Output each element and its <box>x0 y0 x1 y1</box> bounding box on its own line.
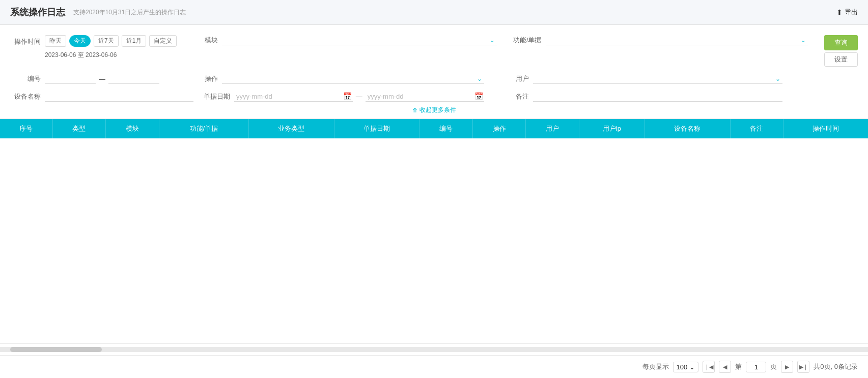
user-label: 用户 <box>500 74 529 83</box>
col-module: 模块 <box>106 119 159 138</box>
device-input[interactable] <box>45 92 193 102</box>
col-type: 类型 <box>52 119 105 138</box>
collapse-chevron-icon: ⤊ <box>412 107 417 114</box>
code-to-input[interactable] <box>108 74 159 84</box>
module-select[interactable]: ⌄ <box>222 35 497 45</box>
settings-button[interactable]: 设置 <box>824 52 858 67</box>
note-input[interactable] <box>533 92 783 102</box>
col-user: 用户 <box>526 119 579 138</box>
date-from-wrapper: 📅 <box>234 91 353 102</box>
code-dash: — <box>99 75 105 83</box>
op-chevron-icon[interactable]: ⌄ <box>475 75 484 82</box>
user-select[interactable]: ⌄ <box>533 74 783 84</box>
func-select[interactable]: ⌄ <box>546 35 808 45</box>
time-range-display: 2023-06-06 至 2023-06-06 <box>45 51 177 60</box>
col-op-time: 操作时间 <box>783 119 868 138</box>
col-code: 编号 <box>419 119 472 138</box>
op-select[interactable]: ⌄ <box>222 74 484 84</box>
time-label: 操作时间 <box>10 37 41 46</box>
col-user-ip: 用户ip <box>579 119 645 138</box>
date-to-wrapper: 📅 <box>366 91 484 102</box>
pagination-bar: 每页显示 100 ⌄ ❘◀ ◀ 第 页 ▶ ▶❘ 共0页, 0条记录 <box>0 355 868 378</box>
col-seq: 序号 <box>0 119 52 138</box>
page-number-input[interactable] <box>746 362 766 372</box>
col-op: 操作 <box>472 119 525 138</box>
page-prefix-label: 第 <box>735 362 742 371</box>
device-label: 设备名称 <box>10 92 41 101</box>
module-label: 模块 <box>202 36 218 45</box>
col-func: 功能/单据 <box>159 119 248 138</box>
time-filter-group: 昨天 今天 近7天 近1月 自定义 <box>45 35 177 47</box>
per-page-value: 100 <box>677 363 688 371</box>
collapse-bar: ⤊ 收起更多条件 <box>0 102 868 119</box>
col-device: 设备名称 <box>645 119 730 138</box>
date-dash: — <box>356 93 362 100</box>
func-input[interactable] <box>546 35 799 45</box>
data-table-wrapper: 序号 类型 模块 功能/单据 业务类型 单据日期 编号 操作 用户 用户ip 设… <box>0 119 868 343</box>
page-suffix-label: 页 <box>770 362 777 371</box>
filter-panel: 操作时间 昨天 今天 近7天 近1月 自定义 2023-06-06 至 2023… <box>0 25 868 102</box>
col-biz-type: 业务类型 <box>249 119 334 138</box>
total-label: 共0页, 0条记录 <box>814 362 858 371</box>
user-input[interactable] <box>533 74 774 83</box>
note-label: 备注 <box>500 92 529 101</box>
op-label: 操作 <box>202 74 218 83</box>
date-to-input[interactable] <box>366 92 473 101</box>
export-icon: ⬆ <box>836 8 843 16</box>
query-button[interactable]: 查询 <box>824 35 858 50</box>
collapse-label: 收起更多条件 <box>419 106 456 114</box>
col-note: 备注 <box>730 119 783 138</box>
user-chevron-icon[interactable]: ⌄ <box>773 75 782 82</box>
code-label: 编号 <box>10 74 41 83</box>
page-title: 系统操作日志 <box>10 6 65 18</box>
export-button[interactable]: ⬆ 导出 <box>836 8 858 17</box>
page-first-button[interactable]: ❘◀ <box>703 361 715 373</box>
date-from-input[interactable] <box>234 92 342 101</box>
module-chevron-icon[interactable]: ⌄ <box>488 37 497 44</box>
time-yesterday[interactable]: 昨天 <box>45 35 66 47</box>
page-subtitle: 支持2020年10月31日之后产生的操作日志 <box>73 8 186 17</box>
page-last-button[interactable]: ▶❘ <box>797 361 809 373</box>
data-table: 序号 类型 模块 功能/单据 业务类型 单据日期 编号 操作 用户 用户ip 设… <box>0 119 868 138</box>
op-input[interactable] <box>222 74 475 83</box>
time-today[interactable]: 今天 <box>69 35 91 47</box>
time-7days[interactable]: 近7天 <box>94 35 119 47</box>
table-header-row: 序号 类型 模块 功能/单据 业务类型 单据日期 编号 操作 用户 用户ip 设… <box>0 119 868 138</box>
collapse-button[interactable]: ⤊ 收起更多条件 <box>412 106 456 114</box>
scrollbar-area <box>0 343 868 355</box>
per-page-select[interactable]: 100 ⌄ <box>673 362 699 372</box>
calendar-from-icon[interactable]: 📅 <box>342 91 353 101</box>
action-buttons: 查询 设置 <box>824 35 858 67</box>
export-label: 导出 <box>845 8 858 17</box>
code-from-input[interactable] <box>45 74 96 84</box>
time-1month[interactable]: 近1月 <box>122 35 147 47</box>
calendar-to-icon[interactable]: 📅 <box>473 91 484 101</box>
per-page-label: 每页显示 <box>642 362 669 371</box>
per-page-chevron-icon: ⌄ <box>689 363 695 371</box>
module-input[interactable] <box>222 35 488 45</box>
time-custom[interactable]: 自定义 <box>149 35 177 47</box>
func-chevron-icon[interactable]: ⌄ <box>799 37 808 44</box>
page-prev-button[interactable]: ◀ <box>719 361 731 373</box>
col-doc-date: 单据日期 <box>334 119 419 138</box>
doc-date-label: 单据日期 <box>202 92 230 101</box>
func-label: 功能/单据 <box>513 36 542 45</box>
page-next-button[interactable]: ▶ <box>781 361 793 373</box>
